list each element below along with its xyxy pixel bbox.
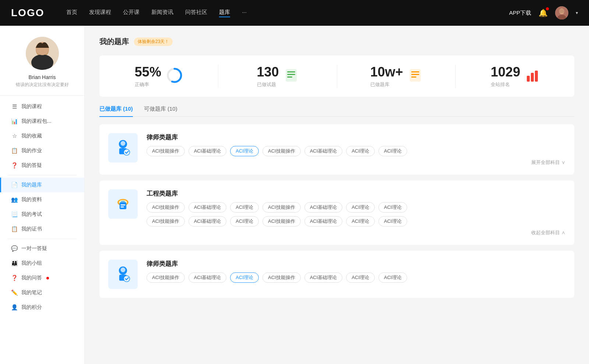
tag[interactable]: ACI技能操作 <box>262 216 301 226</box>
svg-rect-29 <box>121 204 126 206</box>
svg-point-6 <box>31 54 53 70</box>
ranking-label: 全站排名 <box>491 81 520 88</box>
sidebar-item-certificate[interactable]: 📋 我的证书 <box>0 222 84 236</box>
bank-card-engineering: 工程类题库 ACI技能操作 ACI基础理论 ACI理论 ACI技能操作 ACI基… <box>99 181 574 245</box>
notification-bell[interactable]: 🔔 <box>539 8 548 17</box>
sidebar-item-materials[interactable]: 👥 我的资料 <box>0 192 84 207</box>
tag[interactable]: ACI技能操作 <box>262 272 301 283</box>
svg-rect-15 <box>410 69 421 82</box>
nav-discover[interactable]: 发现课程 <box>89 9 111 17</box>
sidebar-divider-2 <box>7 239 77 239</box>
tag[interactable]: ACI理论 <box>378 202 407 213</box>
tag[interactable]: ACI基础理论 <box>304 272 343 283</box>
sidebar-item-my-qa[interactable]: ❓ 我的问答 <box>0 271 84 285</box>
svg-rect-13 <box>287 74 295 75</box>
accuracy-label: 正确率 <box>135 81 161 88</box>
tag[interactable]: ACI理论 <box>346 272 375 283</box>
nav-open-course[interactable]: 公开课 <box>123 9 140 17</box>
sidebar-item-my-courses[interactable]: ☰ 我的课程 <box>0 99 84 114</box>
points-icon: 👤 <box>11 304 18 311</box>
sidebar-item-course-package[interactable]: 📊 我的课程包... <box>0 114 84 129</box>
sidebar-item-exam[interactable]: 📃 我的考试 <box>0 207 84 222</box>
expand-lawyer-1[interactable]: 展开全部科目 ∨ <box>147 159 565 166</box>
sidebar-item-points[interactable]: 👤 我的积分 <box>0 300 84 315</box>
nav-more[interactable]: ··· <box>242 9 247 17</box>
svg-rect-11 <box>286 69 297 82</box>
sidebar-item-favorites[interactable]: ☆ 我的收藏 <box>0 129 84 143</box>
tag[interactable]: ACI技能操作 <box>147 216 185 226</box>
user-dropdown-icon[interactable]: ▾ <box>576 10 578 15</box>
sidebar-item-group[interactable]: 👨‍👩‍👦 我的小组 <box>0 256 84 271</box>
my-courses-icon: ☰ <box>11 103 18 110</box>
sidebar-item-question-bank[interactable]: 📄 我的题库 <box>0 178 84 192</box>
tag[interactable]: ACI基础理论 <box>188 146 227 156</box>
questions-label: 已做试题 <box>257 81 279 88</box>
svg-rect-12 <box>287 71 295 72</box>
svg-point-33 <box>121 267 126 272</box>
tag[interactable]: ACI理论 <box>230 202 259 213</box>
tag[interactable]: ACI基础理论 <box>188 216 227 226</box>
tag-active[interactable]: ACI理论 <box>230 146 259 156</box>
tab-done[interactable]: 已做题库 (10) <box>99 106 133 116</box>
sidebar-menu: ☰ 我的课程 📊 我的课程包... ☆ 我的收藏 📋 我的作业 ❓ 我的答疑 📄 <box>0 96 84 315</box>
tag[interactable]: ACI技能操作 <box>262 146 301 156</box>
user-avatar[interactable] <box>555 6 568 19</box>
tag[interactable]: ACI理论 <box>346 202 375 213</box>
svg-rect-16 <box>411 71 419 72</box>
lawyer-bank-icon-2 <box>108 260 138 289</box>
tab-available[interactable]: 可做题库 (10) <box>144 106 177 116</box>
sidebar-item-label: 我的课程 <box>21 103 42 110</box>
tag[interactable]: ACI基础理论 <box>304 216 343 226</box>
bank-card-lawyer-1-title: 律师类题库 <box>147 133 565 142</box>
avatar <box>26 37 59 70</box>
tag[interactable]: ACI技能操作 <box>147 202 185 213</box>
nav-menu: 首页 发现课程 公开课 新闻资讯 问答社区 题库 ··· <box>66 9 509 17</box>
stat-banks-content: 10w+ 已做题库 <box>370 64 403 88</box>
app-download-button[interactable]: APP下载 <box>509 10 531 17</box>
tag[interactable]: ACI基础理论 <box>304 202 343 213</box>
bank-card-lawyer-1-tags: ACI技能操作 ACI基础理论 ACI理论 ACI技能操作 ACI基础理论 AC… <box>147 146 565 156</box>
expand-engineering[interactable]: 收起全部科目 ∧ <box>147 229 565 236</box>
one-on-one-icon: 💬 <box>11 245 18 252</box>
nav-home[interactable]: 首页 <box>66 9 77 17</box>
tag[interactable]: ACI理论 <box>346 146 375 156</box>
stat-ranking-content: 1029 全站排名 <box>491 64 520 88</box>
sidebar-item-label: 我的问答 <box>21 275 42 281</box>
sidebar-item-one-on-one[interactable]: 💬 一对一答疑 <box>0 241 84 256</box>
stat-ranking: 1029 全站排名 <box>456 64 574 88</box>
sidebar-item-label: 我的证书 <box>21 226 42 232</box>
svg-point-35 <box>124 276 130 282</box>
nav-news[interactable]: 新闻资讯 <box>151 9 173 17</box>
tag[interactable]: ACI技能操作 <box>147 146 185 156</box>
favorites-icon: ☆ <box>11 133 18 139</box>
nav-qa[interactable]: 问答社区 <box>185 9 207 17</box>
sidebar-item-qa[interactable]: ❓ 我的答疑 <box>0 158 84 173</box>
group-icon: 👨‍👩‍👦 <box>11 260 18 267</box>
tag[interactable]: ACI理论 <box>378 216 407 226</box>
tag[interactable]: ACI基础理论 <box>304 146 343 156</box>
bank-card-lawyer-2-title: 律师类题库 <box>147 260 565 268</box>
tag[interactable]: ACI技能操作 <box>262 202 301 213</box>
exam-icon: 📃 <box>11 211 18 218</box>
page-header: 我的题库 体验剩余23天！ <box>99 37 574 47</box>
course-package-icon: 📊 <box>11 118 18 125</box>
my-qa-icon: ❓ <box>11 275 18 281</box>
sidebar-item-label: 我的题库 <box>21 182 42 188</box>
sidebar-item-label: 我的作业 <box>21 147 42 154</box>
sidebar-item-homework[interactable]: 📋 我的作业 <box>0 143 84 158</box>
tag[interactable]: ACI理论 <box>378 146 407 156</box>
tag[interactable]: ACI理论 <box>230 216 259 226</box>
tag[interactable]: ACI理论 <box>346 216 375 226</box>
tag[interactable]: ACI技能操作 <box>147 272 185 283</box>
nav-question-bank[interactable]: 题库 <box>219 9 230 17</box>
accuracy-value: 55% <box>135 64 161 80</box>
bank-card-lawyer-2: 律师类题库 ACI技能操作 ACI基础理论 ACI理论 ACI技能操作 ACI基… <box>99 251 574 298</box>
lawyer-bank-icon <box>108 133 138 163</box>
banks-value: 10w+ <box>370 64 403 80</box>
tag[interactable]: ACI基础理论 <box>188 202 227 213</box>
tag[interactable]: ACI基础理论 <box>188 272 227 283</box>
tag-active[interactable]: ACI理论 <box>230 272 259 283</box>
tag[interactable]: ACI理论 <box>378 272 407 283</box>
sidebar-item-notes[interactable]: ✏️ 我的笔记 <box>0 285 84 300</box>
logo[interactable]: LOGO <box>11 7 44 19</box>
